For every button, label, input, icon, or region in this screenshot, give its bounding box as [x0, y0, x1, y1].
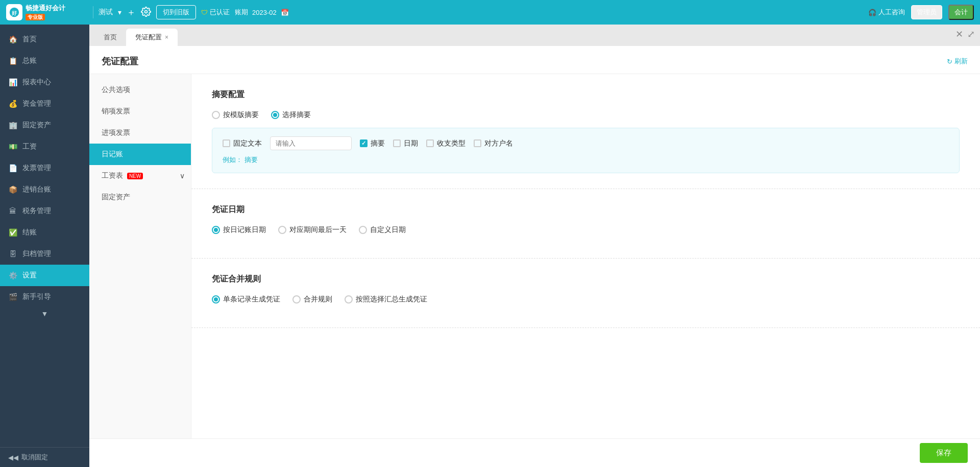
page-title: 凭证配置: [102, 55, 138, 67]
sidebar-item-guide[interactable]: 🎬 新手引导: [0, 286, 89, 308]
refresh-button[interactable]: ↻ 刷新: [947, 57, 968, 66]
example-label: 例如：: [223, 156, 242, 164]
tab-home[interactable]: 首页: [94, 29, 126, 46]
radio-select-merge-label: 按照选择汇总生成凭证: [356, 295, 427, 304]
sidebar-item-capital[interactable]: 💰 资金管理: [0, 93, 89, 114]
radio-template-summary[interactable]: 按模版摘要: [212, 110, 259, 120]
topbar-right: 🎧 人工咨询 管理员 会计: [868, 5, 974, 20]
menu-label-purchase-invoice: 进项发票: [102, 128, 130, 136]
add-button[interactable]: ＋: [127, 6, 136, 18]
menu-item-public[interactable]: 公共选项: [89, 79, 191, 101]
radio-single-label: 单条记录生成凭证: [223, 295, 280, 304]
sidebar-item-invoice[interactable]: 📄 发票管理: [0, 157, 89, 179]
summary-radio-group: 按模版摘要 选择摘要: [212, 110, 960, 120]
sidebar-item-close[interactable]: ✅ 结账: [0, 222, 89, 243]
archive-icon: 🗄: [8, 249, 17, 259]
merge-radio-group: 单条记录生成凭证 合并规则 按照选择汇总生成凭证: [212, 295, 960, 304]
radio-merge-rules[interactable]: 合并规则: [292, 295, 332, 304]
sidebar-item-salary[interactable]: 💵 工资: [0, 136, 89, 157]
right-content: 摘要配置 按模版摘要 选择摘要: [191, 74, 980, 438]
left-menu: 公共选项 销项发票 进项发票 日记账 工资表 NEW ∨: [89, 74, 191, 438]
sidebar-label-capital: 资金管理: [22, 99, 51, 108]
main-layout: 🏠 首页 📋 总账 📊 报表中心 💰 资金管理 🏢 固定资产 💵 工资: [0, 25, 980, 467]
capital-icon: 💰: [8, 99, 17, 108]
merge-section: 凭证合并规则 单条记录生成凭证 合并规则: [191, 259, 980, 328]
fixed-text-label: 固定文本: [233, 139, 262, 148]
refresh-icon: ↻: [947, 58, 952, 65]
sidebar-item-report[interactable]: 📊 报表中心: [0, 72, 89, 93]
menu-item-journal[interactable]: 日记账: [89, 144, 191, 165]
settings-sidebar-icon: ⚙️: [8, 271, 17, 280]
consult-button[interactable]: 🎧 人工咨询: [868, 8, 905, 17]
save-button[interactable]: 保存: [920, 443, 968, 463]
expand-icon[interactable]: ∨: [180, 172, 185, 180]
sidebar-item-tax[interactable]: 🏛 税务管理: [0, 200, 89, 222]
menu-item-sales-invoice[interactable]: 销项发票: [89, 101, 191, 122]
radio-custom-date-circle: [359, 226, 367, 234]
checkbox-summary[interactable]: 摘要: [360, 139, 385, 148]
sidebar-item-archive[interactable]: 🗄 归档管理: [0, 243, 89, 265]
project-dropdown-icon[interactable]: ▾: [118, 8, 121, 16]
radio-select-summary[interactable]: 选择摘要: [271, 110, 311, 120]
fixed-text-input[interactable]: [270, 136, 352, 150]
cancel-pin-label: 取消固定: [21, 453, 48, 462]
topbar: 好 畅捷通好会计 专业版 测试 ▾ ＋ 切到旧版 🛡 已认证 账期 2023-0…: [0, 0, 980, 25]
tab-voucher-label: 凭证配置: [135, 33, 162, 42]
radio-journal-date-circle: [212, 226, 220, 234]
maximize-icon[interactable]: ⤢: [967, 29, 975, 40]
role-button[interactable]: 会计: [948, 5, 974, 20]
tab-close-icon[interactable]: ×: [165, 34, 168, 41]
sidebar-label-invoice: 发票管理: [22, 164, 51, 173]
report-icon: 📊: [8, 78, 17, 87]
menu-label-fixed-assets-sub: 固定资产: [102, 193, 130, 201]
calendar-icon[interactable]: 📅: [281, 9, 289, 16]
radio-custom-date[interactable]: 自定义日期: [359, 225, 406, 235]
logo-icon: 好: [6, 4, 22, 20]
radio-period-last[interactable]: 对应期间最后一天: [278, 225, 347, 235]
close-window-icon[interactable]: ✕: [955, 29, 963, 40]
home-icon: 🏠: [8, 35, 17, 44]
certified-status: 🛡 已认证: [201, 8, 230, 17]
headset-icon: 🎧: [868, 9, 876, 16]
example-preview: 例如： 摘要: [223, 155, 949, 165]
sidebar-label-ledger: 总账: [22, 56, 37, 65]
date-section: 凭证日期 按日记账日期 对应期间最后一天: [191, 189, 980, 259]
radio-select-circle: [271, 111, 279, 119]
checkbox-fixed-text[interactable]: 固定文本: [223, 139, 262, 148]
menu-item-payroll[interactable]: 工资表 NEW ∨: [89, 165, 191, 186]
checkbox-pay-type[interactable]: 收支类型: [426, 139, 465, 148]
menu-label-sales-invoice: 销项发票: [102, 107, 130, 115]
checkbox-date[interactable]: 日期: [393, 139, 418, 148]
svg-text:好: 好: [11, 10, 17, 16]
menu-item-fixed-assets-sub[interactable]: 固定资产: [89, 186, 191, 208]
sidebar-item-ledger[interactable]: 📋 总账: [0, 50, 89, 72]
sidebar-scroll-down[interactable]: ▼: [0, 308, 89, 320]
summary-sub-config: 固定文本 摘要 日期: [212, 128, 960, 173]
sidebar-label-tax: 税务管理: [22, 206, 51, 216]
sidebar-label-guide: 新手引导: [22, 292, 51, 301]
radio-journal-date-label: 按日记账日期: [223, 225, 266, 235]
merge-section-title: 凭证合并规则: [212, 274, 960, 285]
checkbox-date-box: [393, 139, 401, 147]
date-radio-group: 按日记账日期 对应期间最后一天 自定义日期: [212, 225, 960, 235]
checkbox-counterparty-label: 对方户名: [484, 139, 513, 148]
radio-journal-date[interactable]: 按日记账日期: [212, 225, 266, 235]
cancel-pin-button[interactable]: ◀◀ 取消固定: [8, 453, 81, 462]
pro-badge: 专业版: [26, 14, 45, 20]
radio-select-merge[interactable]: 按照选择汇总生成凭证: [345, 295, 427, 304]
sidebar-item-settings[interactable]: ⚙️ 设置: [0, 265, 89, 286]
settings-icon[interactable]: [141, 7, 151, 18]
switch-old-version-button[interactable]: 切到旧版: [156, 5, 196, 19]
tab-voucher-config[interactable]: 凭证配置 ×: [126, 29, 178, 46]
user-button[interactable]: 管理员: [911, 5, 942, 19]
bottom-bar: 保存: [89, 438, 980, 467]
sidebar-item-fixed-assets[interactable]: 🏢 固定资产: [0, 114, 89, 136]
salary-icon: 💵: [8, 142, 17, 151]
radio-single[interactable]: 单条记录生成凭证: [212, 295, 280, 304]
checkbox-counterparty[interactable]: 对方户名: [474, 139, 513, 148]
sidebar-item-trade[interactable]: 📦 进销台账: [0, 179, 89, 200]
sidebar-item-home[interactable]: 🏠 首页: [0, 29, 89, 50]
radio-template-circle: [212, 111, 220, 119]
sidebar-label-trade: 进销台账: [22, 185, 51, 194]
menu-item-purchase-invoice[interactable]: 进项发票: [89, 122, 191, 144]
